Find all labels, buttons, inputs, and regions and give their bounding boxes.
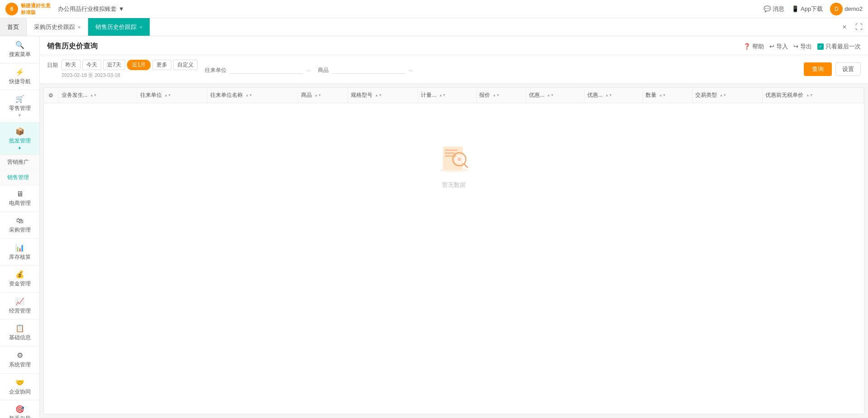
sort-icon-2: ▲▼ [164, 93, 171, 97]
page-actions: ❓ 帮助 ↩ 导入 ↪ 导出 ✓ 只看最后一次 [743, 43, 861, 51]
sidebar-item-inventory[interactable]: 📊 库存核算 [0, 239, 39, 266]
counterpart-input[interactable] [230, 65, 302, 74]
top-header: 6 畅捷通好生意 标准版 办公用品行业模拟账套 ▼ 💬 消息 📱 App下载 D… [0, 0, 868, 18]
import-icon: ↩ [769, 43, 774, 50]
empty-text: 暂无数据 [442, 181, 466, 189]
tab-purchase-history[interactable]: 采购历史价跟踪 × [27, 18, 88, 36]
chevron-up-icon: ▲ [18, 145, 22, 150]
user-action[interactable]: D demo2 [830, 3, 863, 15]
col-biz-date[interactable]: 业务发生... ▲▼ [58, 88, 137, 103]
workspace-selector[interactable]: 办公用品行业模拟账套 ▼ [54, 3, 128, 15]
filter-actions: 查询 设置 [804, 62, 861, 76]
counterpart-dots: ... [306, 66, 311, 72]
message-action[interactable]: 💬 消息 [764, 5, 784, 13]
search-icon: 🔍 [15, 41, 24, 49]
data-table: ⚙ 业务发生... ▲▼ 往来单位 ▲▼ 往来单位名称 ▲▼ 商品 ▲▼ [44, 88, 864, 103]
product-dots: ... [408, 66, 413, 72]
sort-icon-6: ▲▼ [439, 93, 446, 97]
date-btn-yesterday[interactable]: 昨天 [61, 60, 80, 70]
sidebar-item-basic-info[interactable]: 📋 基础信息 [0, 319, 39, 347]
download-icon: 📱 [792, 5, 799, 12]
monitor-icon: 🖥 [16, 190, 24, 198]
col-quantity[interactable]: 数量 ▲▼ [643, 88, 693, 103]
product-filter-group: 商品 ... [318, 65, 413, 74]
svg-rect-3 [445, 152, 455, 154]
app-download-action[interactable]: 📱 App下载 [792, 5, 823, 13]
sidebar-item-wholesale-mgmt[interactable]: 📦 批发管理 ▲ [0, 123, 39, 155]
sidebar-item-new-guide[interactable]: 🎯 新手引导 [0, 400, 39, 418]
date-btn-row: 昨天 今天 近7天 近1月 更多 自定义 [61, 60, 198, 70]
col-counterpart[interactable]: 往来单位 ▲▼ [137, 88, 207, 103]
col-trade-type[interactable]: 交易类型 ▲▼ [693, 88, 763, 103]
sort-icon-11: ▲▼ [719, 93, 726, 97]
sidebar-item-search-menu[interactable]: 🔍 搜索菜单 [0, 36, 39, 63]
sidebar-item-operations[interactable]: 📈 经营管理 [0, 293, 39, 320]
expand-button[interactable]: ⛶ [854, 22, 864, 33]
tab-sales-history-close[interactable]: × [139, 24, 142, 30]
content-area: 销售历史价查询 ❓ 帮助 ↩ 导入 ↪ 导出 ✓ 只看最后一次 [40, 36, 868, 418]
sidebar: 🔍 搜索菜单 ⚡ 快捷导航 🛒 零售管理 ▼ 📦 批发管理 ▲ 营销推广 销售管… [0, 36, 40, 418]
date-btn-more[interactable]: 更多 [152, 60, 171, 70]
col-product[interactable]: 商品 ▲▼ [298, 88, 348, 103]
tab-sales-history[interactable]: 销售历史价跟踪 × [88, 18, 150, 36]
sidebar-item-retail-mgmt[interactable]: 🛒 零售管理 ▼ [0, 90, 39, 123]
date-btn-custom[interactable]: 自定义 [173, 60, 198, 70]
clipboard-icon: 📋 [15, 324, 24, 332]
sidebar-sub-item-marketing[interactable]: 营销推广 [0, 155, 39, 170]
money-icon: 💰 [15, 270, 24, 279]
sidebar-item-quick-nav[interactable]: ⚡ 快捷导航 [0, 63, 39, 90]
trending-icon: 📈 [15, 297, 24, 306]
date-label: 日期 [47, 60, 58, 69]
header-left: 6 畅捷通好生意 标准版 办公用品行业模拟账套 ▼ [5, 2, 128, 15]
logo-text: 畅捷通好生意 标准版 [21, 2, 51, 15]
empty-state: 暂无数据 [44, 103, 864, 225]
sidebar-item-system[interactable]: ⚙ 系统管理 [0, 347, 39, 374]
close-all-tabs-button[interactable]: × [839, 22, 850, 33]
date-range-display: 2023-02-18 至 2023-03-18 [61, 72, 198, 79]
col-unit[interactable]: 计量... ▲▼ [418, 88, 476, 103]
date-btn-7days[interactable]: 近7天 [103, 60, 125, 70]
target-icon: 🎯 [15, 405, 24, 413]
show-last-only-toggle[interactable]: ✓ 只看最后一次 [817, 43, 861, 51]
col-discount2[interactable]: 优惠... ▲▼ [585, 88, 643, 103]
message-icon: 💬 [764, 5, 771, 12]
sidebar-sub-item-sales-mgmt[interactable]: 销售管理 [0, 170, 39, 185]
svg-point-8 [458, 157, 461, 161]
box-icon: 📦 [15, 127, 24, 136]
date-buttons: 昨天 今天 近7天 近1月 更多 自定义 2023-02-18 至 2023-0… [61, 60, 198, 79]
tab-purchase-history-label: 采购历史价跟踪 [34, 23, 75, 31]
tab-home[interactable]: 首页 [0, 18, 27, 36]
empty-icon [431, 139, 476, 176]
settings-button[interactable]: 设置 [835, 62, 861, 76]
filter-area: 日期 昨天 今天 近7天 近1月 更多 自定义 2023-02-18 至 202… [40, 55, 868, 84]
col-spec[interactable]: 规格型号 ▲▼ [348, 88, 418, 103]
date-btn-1month[interactable]: 近1月 [127, 60, 151, 70]
counterpart-label: 往来单位 [205, 65, 226, 74]
product-input[interactable] [332, 65, 405, 74]
sort-icon-4: ▲▼ [314, 93, 321, 97]
sidebar-item-ecommerce[interactable]: 🖥 电商管理 [0, 185, 39, 212]
col-quote[interactable]: 报价 ▲▼ [476, 88, 526, 103]
col-pretax-price[interactable]: 优惠前无税单价 ▲▼ [763, 88, 864, 103]
import-action[interactable]: ↩ 导入 [769, 43, 788, 51]
table-header-row: ⚙ 业务发生... ▲▼ 往来单位 ▲▼ 往来单位名称 ▲▼ 商品 ▲▼ [44, 88, 864, 103]
tab-bar: 首页 采购历史价跟踪 × 销售历史价跟踪 × × ⛶ [0, 18, 868, 36]
date-filter-group: 日期 昨天 今天 近7天 近1月 更多 自定义 2023-02-18 至 202… [47, 60, 198, 79]
col-counterpart-name[interactable]: 往来单位名称 ▲▼ [208, 88, 298, 103]
export-action[interactable]: ↪ 导出 [793, 43, 812, 51]
sort-icon-3: ▲▼ [245, 93, 253, 97]
cart-icon: 🛒 [15, 95, 24, 103]
col-discount1[interactable]: 优惠... ▲▼ [526, 88, 585, 103]
handshake-icon: 🤝 [15, 378, 24, 387]
sidebar-item-purchase[interactable]: 🛍 采购管理 [0, 212, 39, 239]
checkbox-checked-icon: ✓ [817, 43, 824, 50]
sidebar-item-finance[interactable]: 💰 资金管理 [0, 266, 39, 293]
avatar: D [830, 3, 843, 15]
date-btn-today[interactable]: 今天 [82, 60, 101, 70]
sidebar-item-enterprise-collab[interactable]: 🤝 企业协同 [0, 374, 39, 401]
help-action[interactable]: ❓ 帮助 [743, 43, 764, 51]
tab-bar-actions: × ⛶ [839, 18, 868, 36]
col-settings[interactable]: ⚙ [44, 88, 58, 103]
tab-purchase-history-close[interactable]: × [78, 24, 80, 30]
query-button[interactable]: 查询 [804, 62, 832, 76]
